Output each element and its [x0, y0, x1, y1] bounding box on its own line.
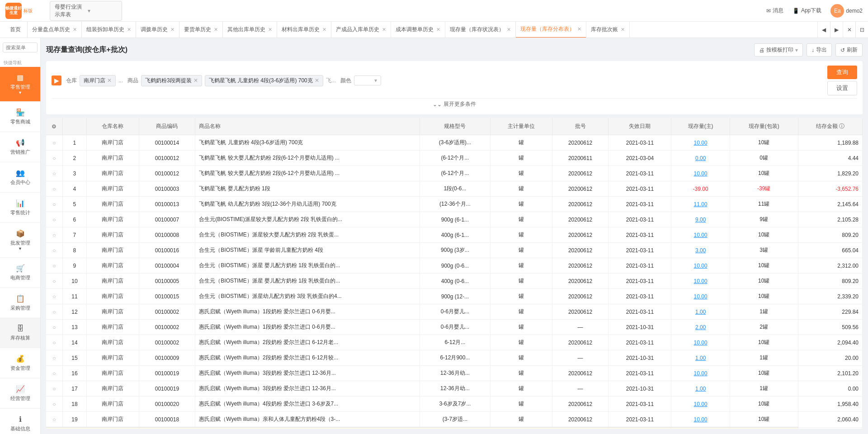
tab-8[interactable]: 成本调整单历史 ✕	[391, 22, 445, 38]
td-spec: 12-36月幼...	[420, 381, 491, 396]
td-qty-main[interactable]: 9.00	[671, 212, 730, 227]
td-batch: 20200612	[552, 166, 609, 181]
user-avatar[interactable]: Ea demo2	[830, 4, 863, 18]
tab-close-btn[interactable]: ✕	[843, 22, 855, 38]
td-qty-main[interactable]: 1.00	[671, 350, 730, 366]
td-qty-main[interactable]: 10.00	[671, 289, 730, 304]
sidebar-item-member[interactable]: 👥 会员中心	[0, 162, 40, 193]
tab-2-close-icon[interactable]: ✕	[127, 27, 131, 33]
tab-4[interactable]: 要货单历史 ✕	[179, 22, 223, 38]
export-btn[interactable]: ↓ 导出	[807, 43, 832, 57]
tab-2[interactable]: 组装拆卸单历史 ✕	[82, 22, 136, 38]
td-expire: 2021-03-11	[609, 243, 671, 258]
tab-5[interactable]: 其他出库单历史 ✕	[223, 22, 277, 38]
td-qty-main[interactable]: 3.00	[671, 243, 730, 258]
td-unit: 罐	[491, 366, 552, 381]
color-select[interactable]: ▾	[354, 75, 381, 85]
tab-11[interactable]: 库存批次账 ✕	[586, 22, 630, 38]
td-qty-main[interactable]: 10.00	[671, 335, 730, 350]
warehouse-tag-0[interactable]: 南岸门店 ✕	[80, 75, 116, 86]
ops-icon: 📈	[16, 385, 25, 393]
sidebar-item-ops[interactable]: 📈 经营管理	[0, 378, 40, 409]
tab-7[interactable]: 产成品入库单历史 ✕	[331, 22, 391, 38]
tab-5-close-icon[interactable]: ✕	[268, 27, 272, 33]
th-setting[interactable]: ⚙	[46, 118, 62, 135]
td-qty-main[interactable]: 2.00	[671, 320, 730, 335]
tab-9[interactable]: 现存量（库存状况表） ✕	[445, 22, 516, 38]
filter-expand-arrow[interactable]: ▶	[52, 75, 61, 85]
td-qty-main[interactable]: 1.00	[671, 304, 730, 320]
td-qty-main[interactable]: 10.00	[671, 412, 730, 428]
td-qty-main[interactable]: 10.00	[671, 135, 730, 151]
tab-3[interactable]: 调拨单历史 ✕	[136, 22, 179, 38]
td-warehouse: 南岸门店	[87, 243, 139, 258]
sidebar-item-stats[interactable]: 📊 零售统计	[0, 193, 40, 223]
app-download-btn[interactable]: 📱 App下载	[793, 7, 821, 14]
settings-btn[interactable]: 设置	[827, 81, 857, 95]
tab-bar: 首页 分量盘点单历史 ✕ 组装拆卸单历史 ✕ 调拨单历史 ✕ 要货单历史 ✕ 其…	[0, 22, 868, 38]
td-qty-main[interactable]: 10.00	[671, 227, 730, 243]
td-seq: 5	[62, 197, 87, 212]
summary-row: 合计 126.00 26,968.64	[46, 427, 863, 429]
tab-next-btn[interactable]: ▶	[830, 22, 843, 38]
query-btn[interactable]: 查询	[827, 66, 857, 79]
td-expire: 2021-03-11	[609, 366, 671, 381]
message-icon: ✉	[766, 8, 771, 14]
warehouse-more[interactable]: ...	[118, 77, 123, 84]
product-tag-0-close-icon[interactable]: ✕	[193, 77, 198, 84]
td-code: 00100009	[139, 350, 195, 366]
td-code: 00100008	[139, 227, 195, 243]
sidebar-item-wholesale[interactable]: 📦 批发管理 ▼	[0, 223, 40, 258]
tab-3-close-icon[interactable]: ✕	[170, 27, 175, 33]
sidebar: 快捷导航 ▦ 零售管理 ▼ 🏪 零售商城 📢 营销推广 👥 会员中心 📊 零售统…	[0, 38, 41, 434]
sidebar-item-purchase[interactable]: 📋 采购管理	[0, 288, 40, 318]
member-icon: 👥	[16, 169, 25, 177]
product-tag-1-close-icon[interactable]: ✕	[315, 77, 319, 84]
td-qty-main[interactable]: 10.00	[671, 366, 730, 381]
sidebar-item-base[interactable]: ℹ 基础信息	[0, 409, 40, 434]
sidebar-item-finance[interactable]: 💰 资金管理	[0, 348, 40, 378]
tab-6[interactable]: 材料出库单历史 ✕	[277, 22, 331, 38]
tab-menu-btn[interactable]: ⊡	[855, 22, 868, 38]
td-spec: 400g (6-1...	[420, 227, 491, 243]
tab-8-close-icon[interactable]: ✕	[436, 27, 440, 33]
td-qty-main[interactable]: 10.00	[671, 166, 730, 181]
sidebar-item-shop[interactable]: 🏪 零售商城	[0, 102, 40, 132]
expand-more-btn[interactable]: ⌄⌄ 展开更多条件	[52, 98, 857, 110]
tab-10[interactable]: 现存量（库存分布表） ✕	[516, 22, 586, 38]
tab-1-close-icon[interactable]: ✕	[73, 27, 77, 33]
sidebar-item-retail[interactable]: ▦ 零售管理 ▼	[0, 67, 40, 102]
message-btn[interactable]: ✉ 消息	[766, 7, 783, 14]
refresh-btn[interactable]: ↺ 刷新	[835, 43, 863, 57]
tab-4-close-icon[interactable]: ✕	[214, 27, 218, 33]
sidebar-item-ecom[interactable]: 🛒 电商管理	[0, 258, 40, 288]
tab-10-close-icon[interactable]: ✕	[577, 26, 581, 32]
td-qty-main[interactable]: 1.00	[671, 381, 730, 396]
td-unit: 罐	[491, 135, 552, 151]
tab-7-close-icon[interactable]: ✕	[382, 27, 386, 33]
print-btn[interactable]: 🖨 按模板打印 ▾	[754, 43, 803, 57]
td-spec: 900g (12-...	[420, 289, 491, 304]
product-more[interactable]: 飞...	[326, 77, 336, 85]
sidebar-search-input[interactable]	[3, 42, 38, 52]
td-qty-main[interactable]: 0.00	[671, 151, 730, 166]
product-tag-0[interactable]: 飞鹤奶粉3段两提装 ✕	[141, 75, 202, 86]
workspace-selector[interactable]: 母婴行业演示库表 ▾	[50, 1, 122, 21]
product-tag-1[interactable]: 飞鹤星飞帆 儿童奶粉 4段(3-6岁适用) 700克 ✕	[205, 75, 323, 86]
product-filter: 商品 飞鹤奶粉3段两提装 ✕ 飞鹤星飞帆 儿童奶粉 4段(3-6岁适用) 700…	[127, 75, 336, 86]
td-qty-main[interactable]: 11.00	[671, 197, 730, 212]
tab-11-close-icon[interactable]: ✕	[621, 27, 625, 33]
td-qty-main[interactable]: 10.00	[671, 274, 730, 289]
td-qty-pkg: 10罐	[730, 396, 798, 412]
tab-6-close-icon[interactable]: ✕	[322, 27, 326, 33]
warehouse-tag-close-icon[interactable]: ✕	[107, 77, 112, 84]
tab-9-close-icon[interactable]: ✕	[507, 27, 511, 33]
td-batch: 20200612	[552, 212, 609, 227]
tab-1[interactable]: 分量盘点单历史 ✕	[28, 22, 82, 38]
tab-prev-btn[interactable]: ◀	[817, 22, 830, 38]
td-qty-main[interactable]: 10.00	[671, 396, 730, 412]
td-qty-main[interactable]: 10.00	[671, 258, 730, 274]
sidebar-item-inventory[interactable]: 🗄 库存核算	[0, 318, 40, 348]
tab-home[interactable]: 首页	[4, 22, 28, 38]
sidebar-item-marketing[interactable]: 📢 营销推广	[0, 132, 40, 162]
